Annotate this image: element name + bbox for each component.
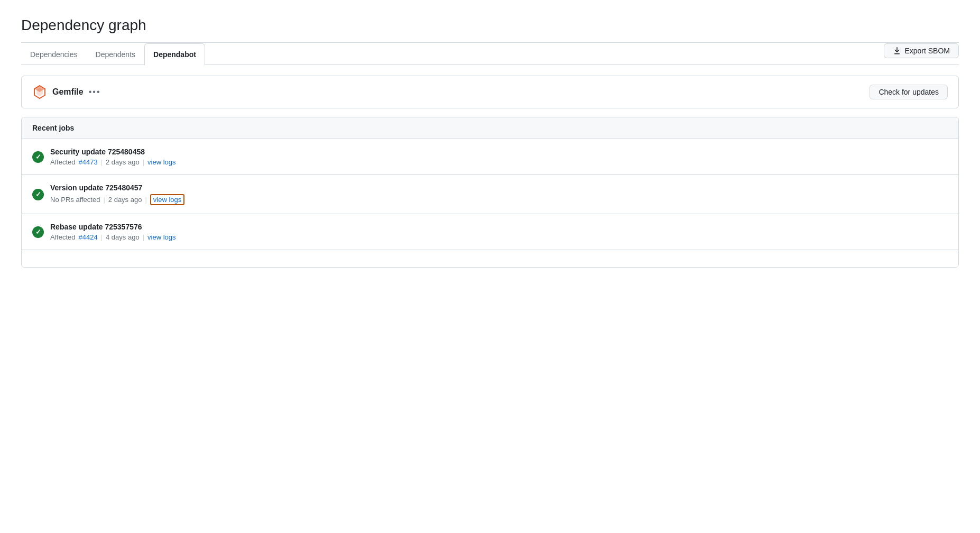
job-info: Version update 725480457 No PRs affected… xyxy=(50,183,948,205)
export-sbom-button[interactable]: Export SBOM xyxy=(884,43,959,58)
view-logs-link[interactable]: view logs xyxy=(147,158,175,166)
job-title: Security update 725480458 xyxy=(50,148,948,156)
empty-row xyxy=(22,250,958,267)
tab-dependents[interactable]: Dependents xyxy=(87,43,145,65)
time-ago: 2 days ago xyxy=(108,196,142,204)
recent-jobs-header: Recent jobs xyxy=(22,117,958,139)
tabs: Dependencies Dependents Dependabot xyxy=(21,43,205,65)
gemfile-icon xyxy=(32,85,47,99)
time-ago: 2 days ago xyxy=(106,158,140,166)
view-logs-link[interactable]: view logs xyxy=(147,233,175,241)
separator: | xyxy=(101,233,103,241)
separator: | xyxy=(101,158,103,166)
job-info: Security update 725480458 Affected #4473… xyxy=(50,148,948,166)
pr-link[interactable]: #4473 xyxy=(78,158,97,166)
job-title: Rebase update 725357576 xyxy=(50,223,948,231)
separator: | xyxy=(143,158,144,166)
job-status-icon: ✓ xyxy=(32,151,44,163)
separator: | xyxy=(143,233,144,241)
check-for-updates-button[interactable]: Check for updates xyxy=(870,85,948,99)
gemfile-left: Gemfile ••• xyxy=(32,85,101,99)
page-title: Dependency graph xyxy=(21,17,959,34)
tab-dependabot[interactable]: Dependabot xyxy=(144,43,205,65)
separator: | xyxy=(145,196,146,204)
download-icon xyxy=(893,47,901,55)
job-info: Rebase update 725357576 Affected #4424 |… xyxy=(50,223,948,241)
gemfile-name: Gemfile xyxy=(52,87,84,97)
affected-label: Affected xyxy=(50,158,75,166)
tabs-container: Dependencies Dependents Dependabot Expor… xyxy=(21,43,959,65)
tab-dependencies[interactable]: Dependencies xyxy=(21,43,87,65)
gemfile-card: Gemfile ••• Check for updates xyxy=(21,76,959,108)
table-row: ✓ Security update 725480458 Affected #44… xyxy=(22,139,958,175)
pr-link[interactable]: #4424 xyxy=(78,233,97,241)
table-row: ✓ Version update 725480457 No PRs affect… xyxy=(22,175,958,214)
export-sbom-label: Export SBOM xyxy=(904,47,950,55)
job-status-icon: ✓ xyxy=(32,189,44,200)
affected-label: No PRs affected xyxy=(50,196,100,204)
table-row: ✓ Rebase update 725357576 Affected #4424… xyxy=(22,214,958,250)
job-status-icon: ✓ xyxy=(32,226,44,238)
gemfile-dots: ••• xyxy=(89,87,101,97)
time-ago: 4 days ago xyxy=(106,233,140,241)
job-meta: Affected #4424 | 4 days ago | view logs xyxy=(50,233,948,241)
affected-label: Affected xyxy=(50,233,75,241)
recent-jobs-card: Recent jobs ✓ Security update 725480458 … xyxy=(21,117,959,268)
job-meta: No PRs affected | 2 days ago | view logs xyxy=(50,194,948,205)
separator: | xyxy=(103,196,105,204)
job-title: Version update 725480457 xyxy=(50,183,948,192)
svg-marker-2 xyxy=(34,86,45,92)
job-meta: Affected #4473 | 2 days ago | view logs xyxy=(50,158,948,166)
view-logs-link-focused[interactable]: view logs xyxy=(150,194,184,205)
